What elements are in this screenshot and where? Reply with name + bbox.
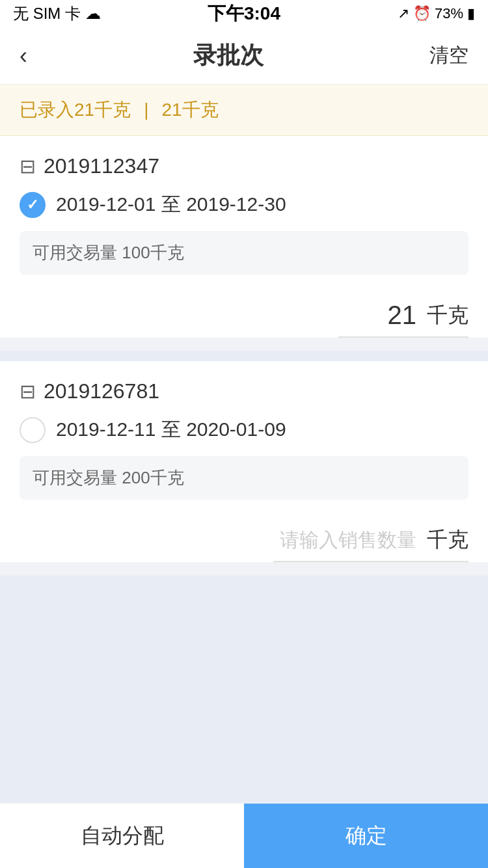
status-right: ↗ ⏰ 73% ▮ bbox=[398, 5, 475, 22]
batch-date-2: 2019-12-11 至 2020-01-09 bbox=[56, 416, 286, 443]
banner-divider: | bbox=[144, 100, 148, 120]
battery-text: 73% bbox=[435, 5, 463, 22]
batch-avail-1: 可用交易量 100千克 bbox=[20, 231, 468, 275]
radio-1[interactable] bbox=[20, 192, 46, 218]
batch-id-1: 2019112347 bbox=[44, 154, 159, 178]
batch-header-2: ⊟ 2019126781 bbox=[0, 361, 488, 410]
battery-icon: ▮ bbox=[467, 5, 475, 22]
batch-id-2: 2019126781 bbox=[44, 379, 159, 403]
batch-date-row-1[interactable]: 2019-12-01 至 2019-12-30 bbox=[0, 185, 488, 224]
quantity-underline-1 bbox=[338, 336, 468, 338]
alarm-icon: ⏰ bbox=[413, 5, 431, 22]
back-button[interactable]: ‹ bbox=[20, 42, 27, 70]
page-title: 录批次 bbox=[193, 40, 264, 72]
total-amount: 21千克 bbox=[161, 98, 218, 122]
nav-bar: ‹ 录批次 清空 bbox=[0, 27, 488, 85]
quantity-value-1: 21 bbox=[388, 301, 417, 330]
confirm-button[interactable]: 确定 bbox=[244, 804, 488, 868]
batch-header-1: ⊟ 2019112347 bbox=[0, 136, 488, 185]
input-row-2[interactable]: 请输入销售数量 千克 bbox=[0, 513, 488, 561]
section-separator bbox=[0, 351, 488, 361]
batch-avail-2: 可用交易量 200千克 bbox=[20, 456, 468, 500]
batch-date-row-2[interactable]: 2019-12-11 至 2020-01-09 bbox=[0, 410, 488, 450]
status-time: 下午3:04 bbox=[208, 1, 280, 26]
clear-button[interactable]: 清空 bbox=[429, 42, 468, 69]
batch-icon-1: ⊟ bbox=[20, 155, 36, 178]
input-unit-2: 千克 bbox=[427, 526, 468, 554]
status-left: 无 SIM 卡 ☁ bbox=[13, 3, 101, 24]
batch-icon-2: ⊟ bbox=[20, 380, 36, 403]
auto-distribute-button[interactable]: 自动分配 bbox=[0, 804, 244, 868]
batch-card-1: ⊟ 2019112347 2019-12-01 至 2019-12-30 可用交… bbox=[0, 136, 488, 338]
bottom-bar: 自动分配 确定 bbox=[0, 803, 488, 868]
quantity-input-placeholder[interactable]: 请输入销售数量 bbox=[280, 527, 416, 554]
quantity-row-1: 21 千克 bbox=[0, 288, 488, 336]
gray-area bbox=[0, 575, 488, 835]
batch-card-2: ⊟ 2019126781 2019-12-11 至 2020-01-09 可用交… bbox=[0, 361, 488, 562]
quantity-unit-1: 千克 bbox=[427, 301, 468, 330]
sim-text: 无 SIM 卡 ☁ bbox=[13, 3, 101, 24]
location-icon: ↗ bbox=[398, 5, 409, 22]
radio-2[interactable] bbox=[20, 417, 46, 443]
info-banner: 已录入21千克 | 21千克 bbox=[0, 85, 488, 136]
batch-date-1: 2019-12-01 至 2019-12-30 bbox=[56, 191, 286, 218]
input-underline-2 bbox=[273, 561, 468, 562]
recorded-amount: 已录入21千克 bbox=[20, 98, 131, 122]
status-bar: 无 SIM 卡 ☁ 下午3:04 ↗ ⏰ 73% ▮ bbox=[0, 0, 488, 27]
